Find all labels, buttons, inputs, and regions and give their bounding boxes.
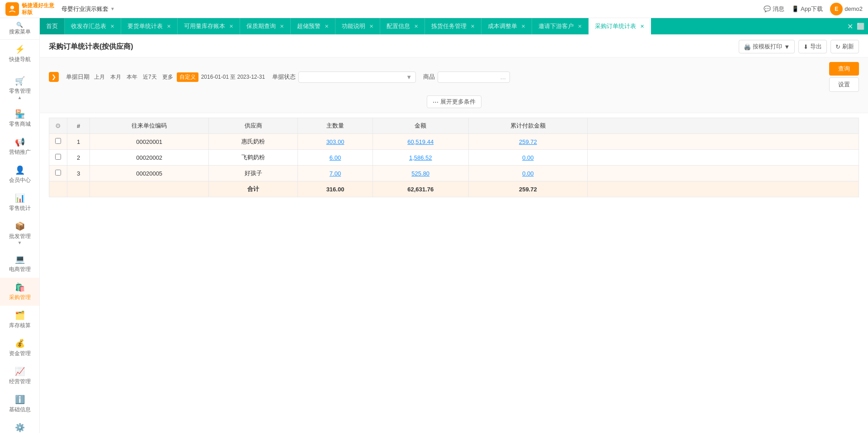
row-amount-link[interactable]: 525.80 xyxy=(411,170,429,177)
nav-tab-home[interactable]: 首页 xyxy=(40,18,65,34)
row-amount-link[interactable]: 1,586.52 xyxy=(409,154,432,161)
nav-tab-purchase-order-stats[interactable]: 采购订单统计表 ✕ xyxy=(589,18,651,34)
row-amount-cell[interactable]: 1,586.52 xyxy=(373,150,468,166)
page-header: 采购订单统计表(按供应商) 🖨️ 按模板打印 ▼ ⬇ 导出 ↻ xyxy=(40,34,868,57)
overstock-alert-close-icon[interactable]: ✕ xyxy=(325,24,329,29)
template-print-button[interactable]: 🖨️ 按模板打印 ▼ xyxy=(739,40,795,53)
table-header-row: ⚙ # 往来单位编码 供应商 主数量 金额 累计付款金额 xyxy=(49,118,859,134)
export-button[interactable]: ⬇ 导出 xyxy=(798,40,827,53)
row-check-cell[interactable] xyxy=(49,150,67,166)
nav-tab-expiry-query[interactable]: 保质期查询 ✕ xyxy=(240,18,291,34)
sidebar-item-inventory-check[interactable]: 🗂️ 库存核算 xyxy=(0,306,39,334)
row-qty-cell[interactable]: 303.00 xyxy=(298,134,373,150)
table-row[interactable]: 1 00020001 惠氏奶粉 303.00 60,519.44 259.72 xyxy=(49,134,859,150)
nav-tab-overstock-alert[interactable]: 超储预警 ✕ xyxy=(291,18,335,34)
sidebar-item-wholesale-mgmt[interactable]: 📦 批发管理 ▼ xyxy=(0,217,39,250)
sidebar-item-quick-nav[interactable]: ⚡ 快捷导航 xyxy=(0,40,39,68)
row-qty-link[interactable]: 303.00 xyxy=(326,138,344,145)
th-supplier: 供应商 xyxy=(209,118,298,134)
row-qty-link[interactable]: 7.00 xyxy=(330,170,341,177)
nav-tab-goods-stats[interactable]: 要货单统计表 ✕ xyxy=(121,18,178,34)
date-btn-last-month[interactable]: 上月 xyxy=(92,72,107,82)
workspace-selector[interactable]: 母婴行业演示账套 ▼ xyxy=(58,3,118,15)
top-bar-right: 💬 消息 📱 App下载 E demo2 xyxy=(764,3,863,15)
purchase-order-stats-close-icon[interactable]: ✕ xyxy=(640,24,644,29)
sidebar-item-marketing[interactable]: 📢 营销推广 xyxy=(0,133,39,161)
nav-tabs-bar: 首页 收发存汇总表 ✕ 要货单统计表 ✕ 可用量库存账本 ✕ 保质期查询 ✕ xyxy=(40,18,868,34)
status-filter-select[interactable]: ▼ xyxy=(298,71,416,83)
goods-filter-input[interactable]: … xyxy=(438,71,510,83)
date-custom-button[interactable]: 自定义 xyxy=(177,72,198,82)
purchase-mgmt-icon: 🛍️ xyxy=(15,282,25,292)
nav-tab-available-inventory[interactable]: 可用量库存账本 ✕ xyxy=(178,18,240,34)
sidebar-item-ecommerce-mgmt[interactable]: 💻 电商管理 xyxy=(0,250,39,278)
purchase-order-stats-label: 采购订单统计表 xyxy=(595,22,636,30)
settings-button[interactable]: 设置 xyxy=(829,77,859,92)
page-actions: 🖨️ 按模板打印 ▼ ⬇ 导出 ↻ 刷新 xyxy=(739,40,859,53)
row-amount-cell[interactable]: 525.80 xyxy=(373,166,468,181)
table-row[interactable]: 3 00020005 好孩子 7.00 525.80 0.00 xyxy=(49,166,859,181)
refresh-button[interactable]: ↻ 刷新 xyxy=(830,40,859,53)
row-paid-link[interactable]: 0.00 xyxy=(522,154,533,161)
row-paid-link[interactable]: 0.00 xyxy=(522,170,533,177)
user-profile[interactable]: E demo2 xyxy=(830,3,863,15)
nav-tab-invite-downstream[interactable]: 邀请下游客户 ✕ xyxy=(532,18,589,34)
row-qty-cell[interactable]: 7.00 xyxy=(298,166,373,181)
app-download-action[interactable]: 📱 App下载 xyxy=(792,5,823,13)
row-amount-cell[interactable]: 60,519.44 xyxy=(373,134,468,150)
goods-stats-close-icon[interactable]: ✕ xyxy=(167,24,171,29)
nav-tab-function-desc[interactable]: 功能说明 ✕ xyxy=(335,18,380,34)
sidebar-item-retail-store[interactable]: 🏪 零售商城 xyxy=(0,105,39,133)
row-qty-link[interactable]: 6.00 xyxy=(330,154,341,161)
sidebar-item-retail-mgmt[interactable]: 🛒 零售管理 ▲ xyxy=(0,71,39,105)
table-settings-icon[interactable]: ⚙ xyxy=(55,122,61,129)
query-button[interactable]: 查询 xyxy=(829,62,859,76)
member-center-icon: 👤 xyxy=(15,165,25,175)
row-check-cell[interactable] xyxy=(49,134,67,150)
export-label: 导出 xyxy=(810,43,822,51)
nav-tab-config-info[interactable]: 配置信息 ✕ xyxy=(380,18,425,34)
nav-tab-cost-adjust[interactable]: 成本调整单 ✕ xyxy=(481,18,532,34)
refresh-label: 刷新 xyxy=(842,43,854,51)
row-checkbox[interactable] xyxy=(55,154,61,160)
row-amount-link[interactable]: 60,519.44 xyxy=(407,138,434,145)
table-row[interactable]: 2 00020002 飞鹤奶粉 6.00 1,586.52 0.00 xyxy=(49,150,859,166)
sidebar-item-finance-mgmt[interactable]: 💰 资金管理 xyxy=(0,334,39,362)
pick-task-mgmt-close-icon[interactable]: ✕ xyxy=(471,24,475,29)
row-checkbox[interactable] xyxy=(55,138,61,144)
tabs-maximize-icon[interactable]: ⬜ xyxy=(857,23,864,30)
date-btn-this-month[interactable]: 本月 xyxy=(108,72,123,82)
available-inventory-close-icon[interactable]: ✕ xyxy=(229,24,233,29)
function-desc-close-icon[interactable]: ✕ xyxy=(369,24,373,29)
row-check-cell[interactable] xyxy=(49,166,67,181)
tabs-close-all-icon[interactable]: ✕ xyxy=(847,22,853,31)
sidebar-item-retail-stats[interactable]: 📊 零售统计 xyxy=(0,189,39,217)
message-action[interactable]: 💬 消息 xyxy=(764,5,784,13)
row-extra-cell xyxy=(588,166,859,181)
date-btn-more[interactable]: 更多 xyxy=(160,72,175,82)
row-paid-cell[interactable]: 0.00 xyxy=(468,166,587,181)
marketing-label: 营销推广 xyxy=(9,148,31,156)
sidebar-item-ops-mgmt[interactable]: 📈 经营管理 xyxy=(0,362,39,390)
row-paid-cell[interactable]: 0.00 xyxy=(468,150,587,166)
cost-adjust-close-icon[interactable]: ✕ xyxy=(521,24,525,29)
date-btn-this-year[interactable]: 本年 xyxy=(125,72,139,82)
sidebar-item-purchase-mgmt[interactable]: 🛍️ 采购管理 xyxy=(0,278,39,306)
row-paid-link[interactable]: 259.72 xyxy=(519,138,537,145)
sidebar-item-member-center[interactable]: 👤 会员中心 xyxy=(0,161,39,189)
row-checkbox[interactable] xyxy=(55,170,61,176)
sidebar-item-basic-info[interactable]: ℹ️ 基础信息 xyxy=(0,390,39,418)
row-qty-cell[interactable]: 6.00 xyxy=(298,150,373,166)
filter-toggle-button[interactable]: ❯ xyxy=(49,72,59,82)
sidebar-search[interactable]: 🔍 搜索菜单 xyxy=(0,18,39,40)
invite-downstream-close-icon[interactable]: ✕ xyxy=(578,24,582,29)
expiry-query-close-icon[interactable]: ✕ xyxy=(280,24,284,29)
sidebar-item-sys-mgmt[interactable]: ⚙️ 系统管理 xyxy=(0,418,39,433)
expand-more-button[interactable]: ⋯ 展开更多条件 xyxy=(427,95,481,108)
nav-tab-receive-summary[interactable]: 收发存汇总表 ✕ xyxy=(65,18,121,34)
config-info-close-icon[interactable]: ✕ xyxy=(414,24,418,29)
row-paid-cell[interactable]: 259.72 xyxy=(468,134,587,150)
date-btn-last-7-days[interactable]: 近7天 xyxy=(141,72,159,82)
receive-summary-close-icon[interactable]: ✕ xyxy=(110,24,114,29)
nav-tab-pick-task-mgmt[interactable]: 拣货任务管理 ✕ xyxy=(425,18,481,34)
